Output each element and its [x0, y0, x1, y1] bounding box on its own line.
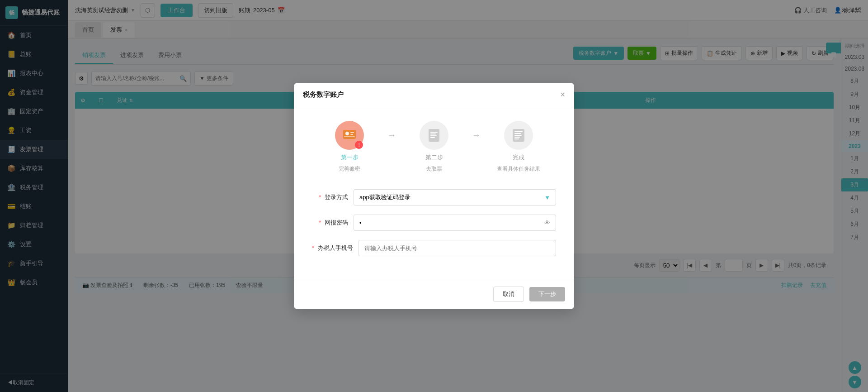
svg-rect-7 [430, 134, 436, 134]
step-2-label: 第二步 [425, 153, 443, 162]
svg-point-1 [345, 132, 349, 135]
next-button[interactable]: 下一步 [529, 287, 565, 301]
dropdown-arrow-icon: ▼ [544, 194, 550, 201]
step-2: 第二步 去取票 [396, 121, 472, 173]
svg-rect-15 [514, 139, 519, 139]
login-method-value: app获取验证码登录 [359, 193, 410, 201]
login-method-label: * 登录方式 [312, 193, 348, 201]
svg-rect-13 [514, 135, 522, 136]
step-arrow-2: → [472, 130, 481, 140]
password-input[interactable] [359, 220, 544, 226]
phone-input[interactable] [364, 245, 550, 252]
step-2-desc: 去取票 [426, 165, 442, 173]
step-1-label: 第一步 [341, 153, 359, 162]
svg-rect-3 [350, 134, 353, 135]
svg-rect-12 [514, 133, 521, 134]
step-3-icon-wrap [504, 121, 533, 150]
steps-indicator: ! 第一步 完善账密 → [312, 121, 556, 173]
svg-rect-9 [430, 137, 435, 138]
step-3-desc: 查看具体任务结果 [497, 165, 540, 173]
login-method-row: * 登录方式 app获取验证码登录 ▼ [312, 189, 556, 206]
svg-rect-0 [343, 130, 356, 139]
dialog-title: 税务数字账户 [303, 91, 344, 99]
step-1: ! 第一步 完善账密 [312, 121, 387, 173]
modal-overlay: 税务数字账户 × ! [0, 0, 868, 392]
svg-rect-2 [350, 132, 354, 133]
password-row: * 网报密码 👁 [312, 215, 556, 231]
password-label: * 网报密码 [312, 219, 348, 227]
dialog-close-btn[interactable]: × [560, 90, 565, 100]
svg-rect-11 [514, 131, 523, 132]
svg-rect-14 [514, 137, 520, 138]
step-1-icon-wrap: ! [335, 121, 364, 150]
cancel-button[interactable]: 取消 [493, 287, 524, 302]
step-1-badge: ! [355, 141, 363, 149]
dialog-header: 税务数字账户 × [294, 83, 574, 107]
svg-rect-8 [430, 135, 437, 136]
step-2-icon-wrap [420, 121, 448, 150]
step-3: 完成 查看具体任务结果 [481, 121, 556, 173]
step-3-label: 完成 [513, 153, 524, 162]
step-1-desc: 完善账密 [339, 165, 360, 173]
step-arrow-1: → [387, 130, 396, 140]
dialog-footer: 取消 下一步 [294, 279, 574, 309]
login-method-select[interactable]: app获取验证码登录 ▼ [354, 189, 556, 206]
step-3-icon [510, 127, 527, 143]
phone-row: * 办税人手机号 [312, 240, 556, 256]
step-1-icon [341, 127, 358, 143]
svg-rect-6 [430, 132, 438, 133]
svg-rect-4 [344, 136, 355, 137]
password-field[interactable]: 👁 [354, 215, 556, 231]
tax-digital-dialog: 税务数字账户 × ! [294, 83, 574, 309]
phone-field[interactable] [359, 240, 556, 256]
password-toggle-icon[interactable]: 👁 [544, 219, 550, 226]
phone-label: * 办税人手机号 [312, 244, 353, 252]
step-2-icon [426, 127, 442, 143]
dialog-body: ! 第一步 完善账密 → [294, 107, 574, 279]
